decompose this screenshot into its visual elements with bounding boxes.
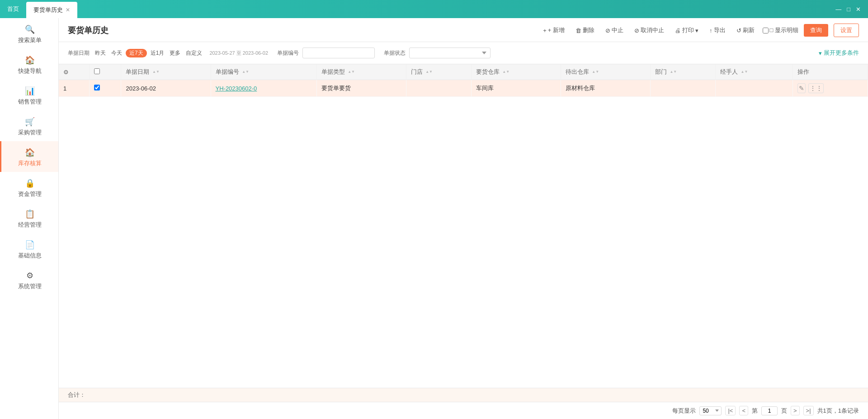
page-label: 第 xyxy=(752,407,758,415)
expand-more-icon: ▾ xyxy=(819,50,822,57)
last-page-button[interactable]: >| xyxy=(803,406,814,415)
tab-requisition-history[interactable]: 要货单历史 ✕ xyxy=(26,2,77,18)
system-mgmt-icon: ⚙ xyxy=(26,271,33,281)
refresh-icon: ↺ xyxy=(736,27,741,34)
docno-filter-group: 单据编号 xyxy=(277,48,375,58)
sidebar-item-finance-mgmt[interactable]: 🔒 资金管理 xyxy=(0,172,58,203)
col-pending-warehouse[interactable]: 待出仓库 ▲▼ xyxy=(561,64,650,80)
sidebar-item-sales-mgmt[interactable]: 📊 销售管理 xyxy=(0,80,58,110)
print-icon: 🖨 xyxy=(675,27,681,34)
row-edit-icon[interactable]: ✎ xyxy=(797,83,806,93)
minimize-icon[interactable]: — xyxy=(835,6,841,13)
col-actions: 操作 xyxy=(793,64,868,80)
prev-page-button[interactable]: < xyxy=(739,406,748,415)
sidebar-item-quick-nav[interactable]: 🏠 快捷导航 xyxy=(0,49,58,80)
col-req-warehouse[interactable]: 要货仓库 ▲▼ xyxy=(471,64,561,80)
sort-icon-doctype: ▲▼ xyxy=(348,70,355,74)
delete-button[interactable]: 🗑 删除 xyxy=(573,24,597,36)
col-dept[interactable]: 部门 ▲▼ xyxy=(650,64,715,80)
print-arrow-icon: ▾ xyxy=(695,27,698,34)
row-more-icon[interactable]: ⋮⋮ xyxy=(808,83,824,93)
page-unit: 页 xyxy=(781,407,787,415)
table-header-row: ⚙ 单据日期 ▲▼ 单据编号 ▲▼ 单据类型 xyxy=(59,64,868,80)
sidebar-item-search-menu[interactable]: 🔍 搜索菜单 xyxy=(0,18,58,49)
row-doc-no[interactable]: YH-20230602-0 xyxy=(211,80,316,97)
query-button[interactable]: 查询 xyxy=(804,24,828,37)
table-row: 1 2023-06-02 YH-20230602-0 要货单要货 车间库 原材料… xyxy=(59,80,868,97)
status-filter-group: 单据状态 xyxy=(384,48,491,58)
export-button[interactable]: ↑ 导出 xyxy=(707,24,728,36)
sidebar-item-inventory-calc[interactable]: 🏠 库存核算 xyxy=(0,141,58,172)
stop-icon: ⊘ xyxy=(605,27,610,34)
next-page-button[interactable]: > xyxy=(791,406,800,415)
operations-mgmt-icon: 📋 xyxy=(25,209,35,219)
sort-icon-store: ▲▼ xyxy=(425,70,433,74)
row-req-warehouse: 车间库 xyxy=(471,80,561,97)
table-container: ⚙ 单据日期 ▲▼ 单据编号 ▲▼ 单据类型 xyxy=(59,64,868,388)
sort-icon-pending-warehouse: ▲▼ xyxy=(592,70,599,74)
row-checkbox[interactable] xyxy=(94,85,100,90)
sidebar-item-system-mgmt[interactable]: ⚙ 系统管理 xyxy=(0,264,58,295)
col-settings[interactable]: ⚙ xyxy=(59,64,89,80)
row-dept xyxy=(650,80,715,97)
delete-icon: 🗑 xyxy=(576,27,581,34)
col-checkbox xyxy=(89,64,121,80)
export-icon: ↑ xyxy=(709,27,712,34)
page-input[interactable] xyxy=(761,406,778,415)
settings-button[interactable]: 设置 xyxy=(834,24,859,37)
status-select[interactable] xyxy=(409,48,491,58)
close-tab-icon[interactable]: ✕ xyxy=(66,7,70,13)
sidebar-item-basic-info[interactable]: 📄 基础信息 xyxy=(0,233,58,264)
top-bar: 首页 要货单历史 ✕ — □ ✕ xyxy=(0,0,868,18)
sort-icon-dept: ▲▼ xyxy=(670,70,677,74)
sidebar-item-operations-mgmt[interactable]: 📋 经营管理 xyxy=(0,203,58,233)
display-cell-toggle[interactable]: □ 显示明细 xyxy=(763,26,798,34)
shortcut-custom[interactable]: 自定义 xyxy=(184,49,204,57)
maximize-icon[interactable]: □ xyxy=(847,6,850,13)
filter-area: 单据日期 昨天 今天 近7天 近1月 更多 自定义 2023-05-27 至 2… xyxy=(59,42,868,64)
total-info: 共1页，1条记录 xyxy=(817,407,859,415)
cancel-stop-icon: ⊘ xyxy=(634,27,639,34)
row-doc-date: 2023-06-02 xyxy=(121,80,211,97)
row-store xyxy=(406,80,471,97)
table-footer: 合计： xyxy=(59,388,868,402)
finance-mgmt-icon: 🔒 xyxy=(25,178,35,188)
col-store[interactable]: 门店 ▲▼ xyxy=(406,64,471,80)
date-filter-label: 单据日期 xyxy=(68,49,90,57)
row-actions-cell: ✎ ⋮⋮ xyxy=(793,80,868,97)
new-button[interactable]: + + 新增 xyxy=(540,24,567,36)
main-layout: 🔍 搜索菜单 🏠 快捷导航 📊 销售管理 🛒 采购管理 🏠 库存核算 🔒 资金管… xyxy=(0,18,868,419)
shortcut-7days[interactable]: 近7天 xyxy=(126,49,147,57)
expand-more-button[interactable]: ▾ 展开更多条件 xyxy=(819,49,859,57)
display-cell-checkbox[interactable] xyxy=(763,28,769,33)
shortcut-more[interactable]: 更多 xyxy=(168,49,182,57)
select-all-checkbox[interactable] xyxy=(94,68,100,74)
cancel-stop-button[interactable]: ⊘ 取消中止 xyxy=(632,24,667,36)
refresh-button[interactable]: ↺ 刷新 xyxy=(734,24,757,36)
tab-home[interactable]: 首页 xyxy=(0,0,26,18)
content-area: 要货单历史 + + 新增 🗑 删除 ⊘ 中止 ⊘ xyxy=(59,18,868,419)
row-doc-type: 要货单要货 xyxy=(316,80,406,97)
per-page-select[interactable]: 50 10 20 100 xyxy=(699,406,722,415)
print-button[interactable]: 🖨 打印 ▾ xyxy=(672,24,701,36)
data-table: ⚙ 单据日期 ▲▼ 单据编号 ▲▼ 单据类型 xyxy=(59,64,868,97)
shortcut-1month[interactable]: 近1月 xyxy=(149,49,166,57)
row-num: 1 xyxy=(59,80,89,97)
col-doc-date[interactable]: 单据日期 ▲▼ xyxy=(121,64,211,80)
sidebar-item-purchase-mgmt[interactable]: 🛒 采购管理 xyxy=(0,110,58,141)
shortcut-today[interactable]: 今天 xyxy=(109,49,124,57)
row-handler xyxy=(715,80,793,97)
col-handler[interactable]: 经手人 ▲▼ xyxy=(715,64,793,80)
window-close-icon[interactable]: ✕ xyxy=(856,6,861,13)
row-checkbox-cell[interactable] xyxy=(89,80,121,97)
first-page-button[interactable]: |< xyxy=(725,406,736,415)
col-doc-no[interactable]: 单据编号 ▲▼ xyxy=(211,64,316,80)
row-pending-warehouse: 原材料仓库 xyxy=(561,80,650,97)
shortcut-yesterday[interactable]: 昨天 xyxy=(93,49,108,57)
date-filter-group: 单据日期 昨天 今天 近7天 近1月 更多 自定义 2023-05-27 至 2… xyxy=(68,49,268,57)
docno-input[interactable] xyxy=(302,48,375,58)
col-doc-type[interactable]: 单据类型 ▲▼ xyxy=(316,64,406,80)
stop-button[interactable]: ⊘ 中止 xyxy=(603,24,626,36)
basic-info-icon: 📄 xyxy=(25,240,35,250)
sort-icon-handler: ▲▼ xyxy=(741,70,748,74)
